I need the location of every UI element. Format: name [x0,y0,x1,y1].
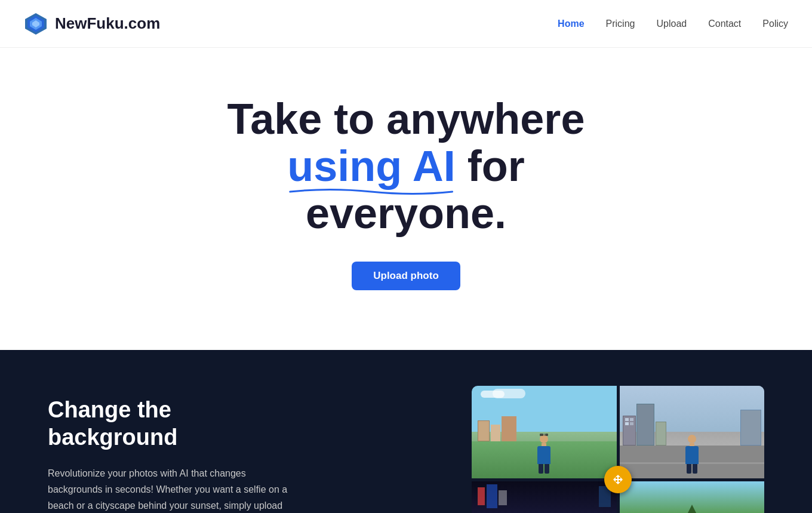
nav-menu: Home Pricing Upload Contact Policy [558,19,788,29]
person-leg-right [545,464,549,474]
building-bg [491,425,500,441]
person-figure-town [537,435,550,474]
city-building [740,410,761,446]
feature-description: Revolutionize your photos with AI that c… [48,465,299,513]
photo-cell-forest [620,481,765,513]
logo-icon [24,12,48,36]
person-body [537,446,550,464]
upload-photo-button[interactable]: Upload photo [352,262,460,290]
scene-city-bg [620,386,765,478]
building-night [487,484,497,508]
person-body [685,446,699,464]
feature-image-grid [472,386,764,513]
hero-title: Take to anywhere using AI foreveryone. [24,96,788,238]
transform-arrows-icon [604,466,632,493]
building-night [499,490,507,505]
nav-upload[interactable]: Upload [656,19,687,29]
person-legs [687,464,697,474]
hero-section: Take to anywhere using AI foreveryone. U… [0,48,812,350]
nav-home[interactable]: Home [558,19,584,29]
photo-cell-city [620,386,765,478]
nav-policy[interactable]: Policy [762,19,788,29]
photo-comparison-grid [472,386,764,513]
hero-title-part1: Take to anywhere [227,95,585,143]
person-head [540,435,548,443]
sunglasses [540,434,548,436]
feature-section: Change the background Revolutionize your… [0,350,812,513]
navbar: NewFuku.com Home Pricing Upload Contact … [0,0,812,48]
person-figure-city [685,435,699,474]
scene-night-bg [472,481,617,513]
scene-town-bg [472,386,617,478]
nav-pricing[interactable]: Pricing [606,19,635,29]
nav-contact[interactable]: Contact [708,19,741,29]
photo-cell-town [472,386,617,478]
person-head [688,435,696,443]
neon-sign [478,487,485,505]
scene-forest-bg [620,481,765,513]
building-bg [502,416,516,441]
city-building [623,416,636,446]
person-leg-left [539,464,543,474]
photo-cell-night [472,481,617,513]
person-legs [539,464,549,474]
ai-underline-decoration [287,186,455,195]
site-name: NewFuku.com [55,14,160,33]
cloud-decoration [493,389,525,398]
feature-heading: Change the background [48,397,299,451]
building-bg [478,420,490,441]
person-leg-right [693,464,697,474]
city-building [656,422,666,446]
arrows-svg [611,472,625,487]
hero-title-highlight: using AI [287,143,455,190]
feature-text-block: Change the background Revolutionize your… [48,397,299,513]
bg-tree [677,505,707,513]
city-building-tall [636,404,654,446]
site-logo[interactable]: NewFuku.com [24,12,160,36]
person-leg-left [687,464,691,474]
